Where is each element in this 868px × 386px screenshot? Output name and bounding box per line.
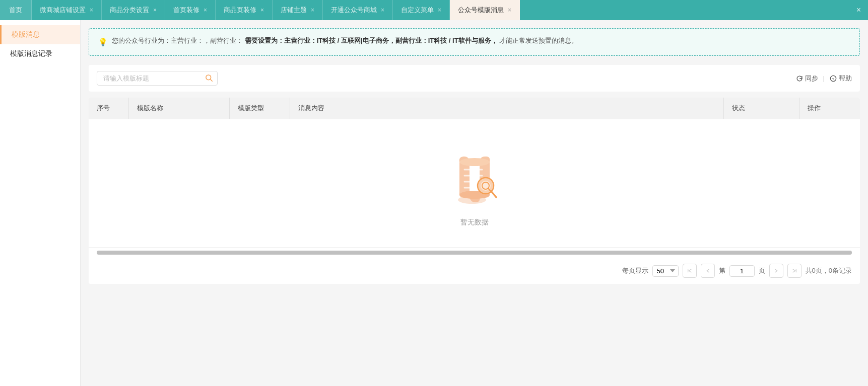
sync-button[interactable]: 同步 bbox=[796, 74, 818, 83]
search-actions-bar: 同步 | ? 帮助 bbox=[89, 65, 860, 92]
sync-icon bbox=[796, 75, 803, 82]
tab-close-homepage-decor[interactable]: × bbox=[204, 7, 207, 14]
help-icon: ? bbox=[830, 75, 837, 82]
tab-close-category-settings[interactable]: × bbox=[153, 7, 157, 14]
search-icon[interactable] bbox=[205, 74, 213, 83]
svg-point-5 bbox=[459, 158, 490, 166]
scrollbar-thumb bbox=[97, 251, 852, 255]
data-table: 序号 模版名称 模版类型 消息内容 状态 操作 bbox=[89, 98, 860, 284]
tab-bar: 首页 微商城店铺设置 × 商品分类设置 × 首页装修 × 商品页装修 × 店铺主… bbox=[0, 0, 868, 20]
tab-close-open-wechat-shop[interactable]: × bbox=[381, 7, 384, 14]
tab-close-template-msg[interactable]: × bbox=[508, 7, 511, 14]
notice-suffix: 才能正常发送预置的消息。 bbox=[499, 37, 578, 44]
content-area: 💡 您的公众号行业为：主营行业：，副营行业： 需要设置为：主营行业：IT科技 /… bbox=[81, 20, 868, 386]
page-size-label: 每页显示 bbox=[622, 266, 648, 275]
tab-close-shop-settings[interactable]: × bbox=[90, 7, 93, 14]
tab-bar-close-all[interactable]: × bbox=[849, 0, 868, 20]
tab-home[interactable]: 首页 bbox=[0, 0, 32, 20]
search-input[interactable] bbox=[97, 71, 218, 86]
svg-line-13 bbox=[491, 191, 496, 197]
tab-shop-settings[interactable]: 微商城店铺设置 × bbox=[32, 0, 102, 20]
notice-highlight: 需要设置为：主营行业：IT科技 / 互联网|电子商务，副营行业：IT科技 / I… bbox=[245, 37, 498, 44]
table-header: 序号 模版名称 模版类型 消息内容 状态 操作 bbox=[89, 98, 860, 119]
help-label: 帮助 bbox=[839, 74, 852, 83]
help-button[interactable]: ? 帮助 bbox=[830, 74, 852, 83]
tab-product-decor[interactable]: 商品页装修 × bbox=[216, 0, 273, 20]
empty-state: 暂无数据 bbox=[89, 119, 860, 247]
notice-icon: 💡 bbox=[98, 36, 108, 48]
page-size-select[interactable]: 10 20 50 100 bbox=[652, 265, 679, 277]
page-unit: 页 bbox=[759, 266, 765, 275]
tab-homepage-decor[interactable]: 首页装修 × bbox=[165, 0, 216, 20]
page-size-select-wrap: 10 20 50 100 bbox=[652, 265, 679, 277]
scrollbar-track bbox=[97, 251, 852, 255]
svg-text:?: ? bbox=[832, 76, 834, 81]
page-last-button[interactable] bbox=[787, 264, 802, 278]
sidebar: 模版消息 模版消息记录 bbox=[0, 20, 81, 386]
empty-illustration bbox=[444, 149, 505, 210]
pagination-bar: 每页显示 10 20 50 100 第 页 bbox=[89, 258, 860, 284]
page-next-button[interactable] bbox=[769, 264, 783, 278]
actions-right: 同步 | ? 帮助 bbox=[796, 74, 852, 83]
search-input-wrap bbox=[97, 71, 218, 86]
scrollbar-area[interactable] bbox=[89, 247, 860, 258]
notice-banner: 💡 您的公众号行业为：主营行业：，副营行业： 需要设置为：主营行业：IT科技 /… bbox=[89, 28, 860, 56]
main-layout: 模版消息 模版消息记录 💡 您的公众号行业为：主营行业：，副营行业： 需要设置为… bbox=[0, 20, 868, 386]
tab-close-product-decor[interactable]: × bbox=[260, 7, 264, 14]
tab-custom-menu[interactable]: 自定义菜单 × bbox=[393, 0, 450, 20]
notice-prefix: 您的公众号行业为：主营行业：，副营行业： bbox=[112, 37, 243, 44]
col-type: 模版类型 bbox=[230, 98, 290, 119]
tab-shop-theme[interactable]: 店铺主题 × bbox=[273, 0, 323, 20]
page-input[interactable] bbox=[729, 265, 755, 277]
empty-text: 暂无数据 bbox=[460, 218, 489, 227]
page-prev-button[interactable] bbox=[701, 264, 715, 278]
page-label: 第 bbox=[719, 266, 725, 275]
divider: | bbox=[823, 74, 825, 82]
col-index: 序号 bbox=[89, 98, 129, 119]
sync-label: 同步 bbox=[805, 74, 818, 83]
sidebar-item-template-msg[interactable]: 模版消息 bbox=[0, 25, 80, 44]
tab-template-msg[interactable]: 公众号模版消息 × bbox=[450, 0, 520, 20]
sidebar-item-template-msg-record[interactable]: 模版消息记录 bbox=[0, 44, 80, 63]
col-status: 状态 bbox=[724, 98, 799, 119]
page-first-button[interactable] bbox=[683, 264, 697, 278]
col-name: 模版名称 bbox=[129, 98, 230, 119]
tab-close-custom-menu[interactable]: × bbox=[438, 7, 441, 14]
page-total: 共0页，0条记录 bbox=[806, 266, 852, 275]
tab-open-wechat-shop[interactable]: 开通公众号商城 × bbox=[323, 0, 393, 20]
tab-category-settings[interactable]: 商品分类设置 × bbox=[102, 0, 165, 20]
col-action: 操作 bbox=[799, 98, 860, 119]
svg-line-1 bbox=[211, 79, 213, 81]
tab-close-shop-theme[interactable]: × bbox=[311, 7, 314, 14]
col-content: 消息内容 bbox=[290, 98, 724, 119]
